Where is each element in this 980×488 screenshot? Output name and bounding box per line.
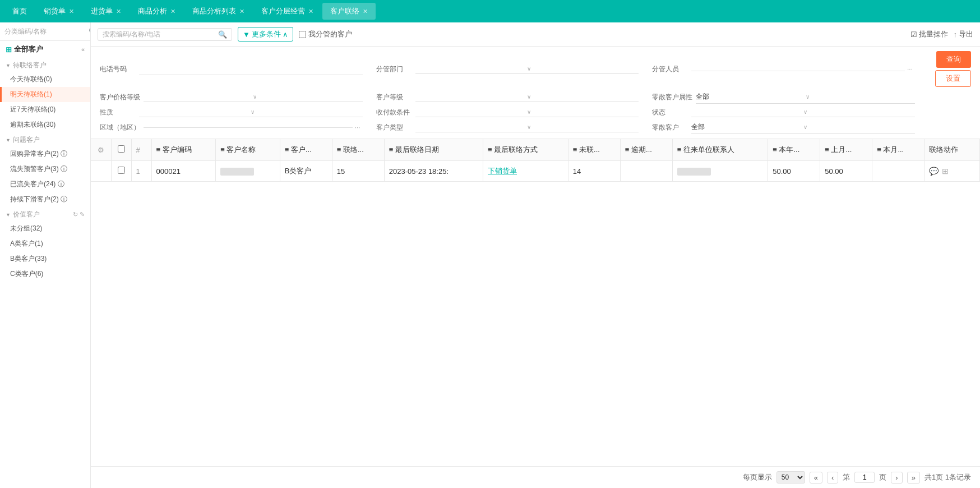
first-page-btn[interactable]: « [810,472,822,484]
nav-customer-contact[interactable]: 客户联络 ✕ [322,3,376,20]
total-records-label: 共1页 1条记录 [924,472,971,482]
col-lastmethod-header[interactable]: ≡ 最后联络方式 [483,139,568,161]
col-name-header[interactable]: ≡ 客户名称 [216,139,280,161]
filter-region-dots[interactable]: ··· [353,123,363,131]
export-btn[interactable]: ↑ 导出 [954,29,974,39]
sidebar-group-problem[interactable]: 问题客户 [0,132,90,146]
col-lastdate-header[interactable]: ≡ 最后联络日期 [384,139,483,161]
customer-name-redacted [220,168,254,176]
col-lastmonth-header[interactable]: ≡ 上月... [820,139,872,161]
col-thisyear-header[interactable]: ≡ 本年... [768,139,820,161]
filter-region: 区域（地区） ··· [100,123,363,132]
batch-op-btn[interactable]: ☑ 批量操作 [910,29,948,39]
sidebar-item-churned[interactable]: 已流失客户(24) ⓘ [0,177,90,192]
prev-page-btn[interactable]: ‹ [827,472,838,484]
row-checkbox[interactable] [118,167,125,174]
page-size-select[interactable]: 50 100 200 [776,471,805,484]
col-thismonth-header[interactable]: ≡ 本月... [872,139,924,161]
td-checkbox [111,161,131,182]
close-purchase-order-icon[interactable]: ✕ [116,8,121,15]
search-input[interactable] [103,30,218,38]
filter-row-2: 客户价格等级 ∨ 客户等级 ∨ 零散客户属性 [100,90,971,104]
gear-icon[interactable]: ⚙ [98,146,104,154]
filter-customer-grade-select[interactable]: ∨ [415,92,639,102]
sidebar-search-input[interactable] [4,27,89,35]
close-product-analysis-list-icon[interactable]: ✕ [239,8,244,15]
sidebar-item-class-c[interactable]: C类客户(6) [0,266,90,282]
last-page-btn[interactable]: » [907,472,920,484]
td-overdue [620,161,672,182]
last-method-link[interactable]: 下销货单 [488,167,517,175]
nav-product-analysis-list[interactable]: 商品分析列表 ✕ [184,3,252,20]
filter-retail-attr-select[interactable]: 全部 ∨ [696,90,915,104]
nav-product-analysis[interactable]: 商品分析 ✕ [130,3,183,20]
sidebar-group-value[interactable]: 价值客户 ↻ ✎ [0,207,90,221]
page-number-input[interactable] [854,472,875,483]
select-all-checkbox[interactable] [118,145,125,153]
nav-customer-stratification[interactable]: 客户分层经营 ✕ [253,3,321,20]
filter-retail-attr: 零散客户属性 全部 ∨ [652,90,915,104]
col-nocontact-header[interactable]: ≡ 未联... [568,139,620,161]
sidebar-item-churn-warning[interactable]: 流失预警客户(3) ⓘ [0,162,90,177]
sidebar-item-tomorrow-pending[interactable]: 明天待联络(1) [0,87,90,102]
set-button[interactable]: 设置 [935,70,971,87]
filter-phone: 电话号码 [100,63,363,75]
next-page-btn[interactable]: › [891,472,902,484]
td-index: 1 [131,161,151,182]
nav-sales-order[interactable]: 销货单 ✕ [36,3,82,20]
close-customer-stratification-icon[interactable]: ✕ [308,8,313,15]
chevron-down-icon-6: ∨ [527,109,639,115]
filter-phone-input[interactable] [139,63,363,75]
filter-dept-select[interactable]: ∨ [415,64,639,74]
more-conditions-btn[interactable]: ▼ 更多条件 ∧ [238,27,293,42]
col-contactperson-header[interactable]: ≡ 往来单位联系人 [672,139,768,161]
close-sales-order-icon[interactable]: ✕ [69,8,74,15]
sidebar-item-class-a[interactable]: A类客户(1) [0,236,90,251]
sidebar-item-overdue-pending[interactable]: 逾期未联络(30) [0,117,90,132]
col-type-header[interactable]: ≡ 客户... [280,139,332,161]
filter-payment-terms-select[interactable]: ∨ [415,107,639,117]
sidebar-item-today-pending[interactable]: 今天待联络(0) [0,72,90,87]
main-content: 🔍 ▼ 更多条件 ∧ 我分管的客户 ☑ 批量操作 ↑ 导出 [91,22,980,488]
col-gear-header: ⚙ [91,139,111,161]
sidebar-group-pending[interactable]: 待联络客户 [0,58,90,72]
my-customers-checkbox[interactable] [299,31,306,38]
sidebar-item-ungrouped[interactable]: 未分组(32) [0,221,90,236]
td-thisyear: 50.00 [768,161,820,182]
data-table-container: ⚙ # ≡ 客户编码 ≡ 客户名称 [91,139,980,466]
col-index-header: # [131,139,151,161]
filter-nature: 性质 ∨ [100,107,363,117]
filter-price-grade-select[interactable]: ∨ [144,92,363,102]
sidebar-collapse-icon[interactable]: « [81,46,85,53]
customer-table: ⚙ # ≡ 客户编码 ≡ 客户名称 [91,139,980,182]
filter-retail-select[interactable]: 全部 ∨ [691,121,915,134]
chevron-down-icon: ∨ [527,66,639,72]
chevron-down-icon-9: ∨ [803,124,915,130]
nav-home[interactable]: 首页 [4,3,35,20]
filter-status-select[interactable]: ∨ [691,107,915,117]
sidebar-item-abnormal-repurchase[interactable]: 回购异常客户(2) ⓘ [0,146,90,162]
col-overdue-header[interactable]: ≡ 逾期... [620,139,672,161]
col-contact-header[interactable]: ≡ 联络... [332,139,384,161]
filter-panel: 电话号码 分管部门 ∨ 分管人员 ··· [91,47,980,139]
action-grid-icon[interactable]: ⊞ [942,167,949,176]
chevron-down-icon-7: ∨ [803,109,915,115]
filter-customer-type-select[interactable]: ∨ [415,122,639,132]
sidebar-item-class-b[interactable]: B类客户(33) [0,251,90,266]
td-lastmethod: 下销货单 [483,161,568,182]
my-customers-checkbox-wrap: 我分管的客户 [299,29,352,39]
sidebar-item-declining[interactable]: 持续下滑客户(2) ⓘ [0,192,90,207]
query-button[interactable]: 查询 [936,51,971,68]
action-message-icon[interactable]: 💬 [929,167,939,176]
col-code-header[interactable]: ≡ 客户编码 [151,139,216,161]
sidebar-all-customers[interactable]: ⊞ 全部客户 « [0,41,90,58]
nav-purchase-order[interactable]: 进货单 ✕ [83,3,129,20]
sidebar-item-week-pending[interactable]: 近7天待联络(0) [0,102,90,117]
contact-person-redacted [677,168,711,176]
close-product-analysis-icon[interactable]: ✕ [170,8,175,15]
filter-status: 状态 ∨ [652,107,915,117]
filter-nature-select[interactable]: ∨ [139,107,363,117]
filter-manager-dots[interactable]: ··· [905,65,915,73]
close-customer-contact-icon[interactable]: ✕ [363,8,368,15]
td-lastdate: 2023-05-23 18:25: [384,161,483,182]
